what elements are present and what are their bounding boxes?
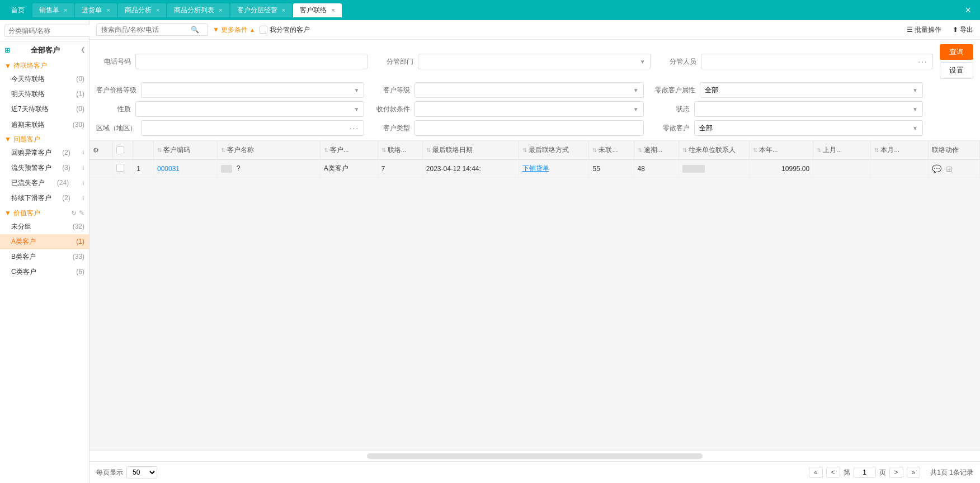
bulk-ops-btn[interactable]: ☰ 批量操作 [907, 25, 941, 35]
th-tm-sort[interactable]: ⇅ [874, 147, 879, 153]
nav-tab-sales-close[interactable]: × [64, 7, 67, 13]
my-customers-checkbox[interactable] [260, 26, 267, 34]
nav-tab-customer-tier-close[interactable]: × [282, 7, 285, 13]
th-lcd-sort[interactable]: ⇅ [426, 147, 431, 153]
sidebar-item-ra-label: 回购异常客户 [11, 148, 51, 158]
sidebar-item-c-class[interactable]: C类客户 (6) [0, 264, 89, 280]
sidebar-item-b-class[interactable]: B类客户 (33) [0, 249, 89, 264]
sidebar-item-churned[interactable]: 已流失客户 (24) ℹ [0, 176, 89, 191]
sidebar-item-a-label: A类客户 [11, 236, 36, 247]
gear-icon[interactable]: ⚙ [93, 146, 99, 154]
row-last-contact-method-cell[interactable]: 下销货单 [519, 160, 589, 178]
next-page-btn[interactable]: > [889, 467, 903, 478]
sidebar-item-a-count: (1) [76, 236, 84, 247]
row-name-text: ? [237, 164, 241, 172]
sidebar-item-declining[interactable]: 持续下滑客户 (2) ℹ [0, 191, 89, 206]
page-input[interactable] [854, 467, 876, 478]
row-checkbox-cell [112, 160, 133, 178]
all-customers-header[interactable]: ⊞ 全部客户 《 [0, 42, 89, 59]
settings-button[interactable]: 设置 [940, 62, 973, 79]
th-type-sort[interactable]: ⇅ [324, 147, 328, 153]
sidebar-item-a-class[interactable]: A类客户 (1) [0, 234, 89, 249]
filter-retail-cust-label: 零散客户 [655, 124, 694, 133]
th-contact-sort[interactable]: ⇅ [381, 147, 386, 153]
query-button[interactable]: 查询 [940, 44, 973, 60]
sidebar-item-overdue[interactable]: 逾期未联络 (30) [0, 117, 89, 132]
th-uc-sort[interactable]: ⇅ [682, 147, 687, 153]
th-action: 联络动作 [929, 141, 980, 160]
table-scroll-wrap[interactable]: ⚙ ⇅ [89, 141, 980, 451]
filter-nature-input[interactable]: ▼ [135, 101, 364, 117]
person-dots: ··· [918, 57, 928, 66]
edit-icon[interactable]: ✎ [79, 209, 84, 217]
group-problem-customers[interactable]: ▼ 问题客户 [0, 132, 89, 145]
sidebar-item-today[interactable]: 今天待联络 (0) [0, 72, 89, 87]
filter-dept-input[interactable]: ▼ [418, 54, 650, 69]
chat-icon[interactable]: 💬 [932, 164, 941, 173]
sidebar-item-churned-count: (24) [57, 178, 69, 188]
nav-tab-customer-tier[interactable]: 客户分层经营 × [230, 3, 292, 17]
filter-search-icon[interactable]: 🔍 [191, 26, 199, 34]
my-customers-checkbox-wrap[interactable]: 我分管的客户 [260, 25, 310, 35]
nav-tab-goods-analysis[interactable]: 商品分析 × [118, 3, 166, 17]
more-conditions-label: 更多条件 [221, 25, 248, 35]
filter-phone-input[interactable] [135, 54, 368, 69]
filter-search-input[interactable] [101, 26, 191, 34]
more-conditions-btn[interactable]: ▼ 更多条件 ▲ [213, 25, 255, 35]
group-value-customers[interactable]: ▼ 价值客户 ↻ ✎ [0, 206, 89, 219]
nav-tab-goods-analysis-list[interactable]: 商品分析列表 × [167, 3, 229, 17]
sidebar-item-unclassified[interactable]: 未分组 (32) [0, 219, 89, 234]
h-scrollbar[interactable] [367, 453, 703, 459]
th-code-sort[interactable]: ⇅ [157, 147, 162, 153]
nav-tab-customer-contact-close[interactable]: × [331, 7, 334, 13]
nav-tab-goods-analysis-close[interactable]: × [156, 7, 159, 13]
nav-tab-customer-contact[interactable]: 客户联络 × [293, 3, 341, 17]
filter-payment-input[interactable]: ▼ [414, 101, 643, 117]
sidebar-collapse-btn[interactable]: 《 [78, 46, 84, 55]
filter-actions: 查询 设置 [933, 44, 973, 79]
first-page-btn[interactable]: « [809, 467, 823, 478]
sidebar-item-7days[interactable]: 近7天待联络 (0) [0, 102, 89, 117]
per-page-select[interactable]: 50 100 200 [126, 466, 157, 479]
filter-person-input[interactable]: ··· [701, 54, 933, 69]
th-lcm-sort[interactable]: ⇅ [522, 147, 527, 153]
group-tri-3: ▼ [4, 209, 11, 217]
nav-tab-purchase[interactable]: 进货单 × [75, 3, 116, 17]
nav-tab-purchase-close[interactable]: × [106, 7, 110, 13]
filter-status-input[interactable]: ▼ [694, 101, 923, 117]
nav-tab-goods-analysis-list-close[interactable]: × [219, 7, 222, 13]
nav-tab-sales[interactable]: 销售单 × [32, 3, 74, 17]
prev-page-btn[interactable]: < [826, 467, 840, 478]
th-type: ⇅ 客户... [320, 141, 378, 160]
th-last-contact-method: ⇅ 最后联络方式 [519, 141, 589, 160]
filter-price-level-input[interactable]: ▼ [141, 82, 364, 98]
link-icon[interactable]: ⊞ [946, 164, 953, 173]
export-btn[interactable]: ⬆ 导出 [953, 25, 973, 35]
filter-cust-level-input[interactable]: ▼ [414, 82, 643, 98]
th-name-sort[interactable]: ⇅ [221, 147, 225, 153]
row-code-cell[interactable]: 000031 [153, 160, 217, 178]
group-value-label: 价值客户 [13, 209, 40, 218]
th-lm-sort[interactable]: ⇅ [817, 147, 821, 153]
sidebar-item-repurchase-abnormal[interactable]: 回购异常客户 (2) ℹ [0, 145, 89, 160]
page-label: 第 [844, 468, 850, 477]
group-pending-contact[interactable]: ▼ 待联络客户 [0, 59, 89, 72]
header-checkbox[interactable] [116, 146, 124, 154]
filter-retail-attr-input[interactable]: 全部 ▼ [700, 82, 923, 98]
filter-retail-cust-input[interactable]: 全部 ▼ [694, 120, 923, 136]
nav-tab-home[interactable]: 首页 [4, 3, 31, 17]
last-page-btn[interactable]: » [907, 467, 921, 478]
row-type: A类客户 [324, 164, 348, 172]
sidebar-item-tomorrow[interactable]: 明天待联络 (1) [0, 87, 89, 102]
filter-region-input[interactable]: ··· [141, 120, 364, 136]
th-ty-sort[interactable]: ⇅ [753, 147, 757, 153]
refresh-icon[interactable]: ↻ [71, 209, 77, 217]
th-od-sort[interactable]: ⇅ [638, 147, 642, 153]
row-checkbox[interactable] [116, 164, 124, 172]
filter-search-wrap: 🔍 [96, 23, 208, 36]
sidebar-search-input[interactable] [4, 25, 96, 37]
close-all-button[interactable]: × [960, 4, 976, 16]
sidebar-item-churn-warning[interactable]: 流失预警客户 (3) ℹ [0, 160, 89, 176]
filter-cust-type-input[interactable] [414, 120, 643, 136]
th-nc-sort[interactable]: ⇅ [592, 147, 597, 153]
